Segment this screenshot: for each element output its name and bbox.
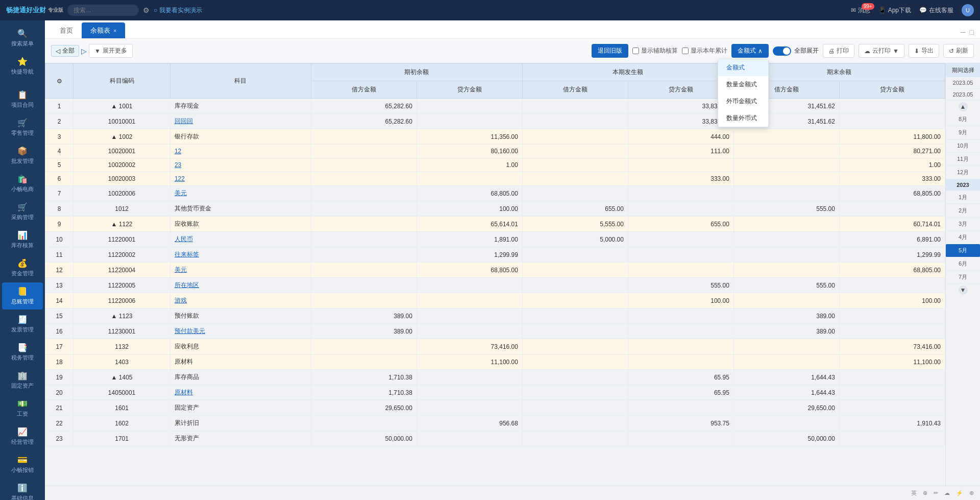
settings-icon[interactable]: ⚙ xyxy=(143,6,150,14)
period-up-button[interactable]: ▲ xyxy=(959,102,968,111)
period-sep[interactable]: 9月 xyxy=(946,126,980,139)
row-cur-debit: 5,555.00 xyxy=(522,217,628,232)
sidebar-item-operations[interactable]: 📈 经营管理 xyxy=(2,423,43,450)
period-start[interactable]: 2023.05 xyxy=(946,77,980,89)
period-apr[interactable]: 4月 xyxy=(946,231,980,244)
refresh-button[interactable]: ↺ 刷新 xyxy=(943,44,974,58)
tab-home[interactable]: 首页 xyxy=(51,22,82,38)
dropdown-item-qty-foreign[interactable]: 数量外币式 xyxy=(718,110,768,127)
show-year-checkbox[interactable] xyxy=(682,47,689,54)
period-feb[interactable]: 2月 xyxy=(946,204,980,218)
period-down-button[interactable]: ▼ xyxy=(959,285,968,295)
row-cur-debit xyxy=(522,129,628,145)
expand-all-toggle[interactable]: 全部展开 xyxy=(773,46,819,56)
show-assist-checkbox[interactable] xyxy=(632,47,639,54)
period-aug[interactable]: 8月 xyxy=(946,113,980,126)
breadcrumb-forward[interactable]: ▷ xyxy=(81,47,87,55)
status-add[interactable]: ⊕ xyxy=(923,490,927,496)
status-lightning[interactable]: ⚡ xyxy=(956,490,963,496)
th-op-debit: 借方金额 xyxy=(311,81,416,99)
sidebar-item-capital[interactable]: 💰 资金管理 xyxy=(2,254,43,281)
sidebar-item-ledger[interactable]: 📒 总账管理 xyxy=(2,282,43,309)
row-cl-debit: 1,644.43 xyxy=(733,370,839,385)
status-cloud[interactable]: ☁ xyxy=(944,490,950,496)
app-download-button[interactable]: 📱 App下载 xyxy=(878,6,911,15)
sidebar-item-expense[interactable]: 💳 小畅报销 xyxy=(2,451,43,478)
period-nav-down[interactable]: ▼ xyxy=(946,284,980,296)
period-oct[interactable]: 10月 xyxy=(946,139,980,153)
period-nav-up[interactable]: ▲ xyxy=(946,101,980,113)
ledger-icon: 📒 xyxy=(17,287,28,296)
tab-balance[interactable]: 余额表 × xyxy=(82,22,125,38)
view-mode-button[interactable]: 金额式 ∧ xyxy=(731,44,769,58)
row-name[interactable]: 往来标签 xyxy=(170,247,311,263)
window-minimize-button[interactable]: ─ xyxy=(961,28,966,36)
row-name[interactable]: 美元 xyxy=(170,186,311,201)
row-name[interactable]: 人民币 xyxy=(170,232,311,247)
status-plus[interactable]: ⊕ xyxy=(969,490,974,496)
toggle-track[interactable] xyxy=(773,46,791,56)
row-cl-credit: 6,891.00 xyxy=(839,232,945,247)
th-settings[interactable]: ⚙ xyxy=(45,64,74,99)
window-maximize-button[interactable]: □ xyxy=(970,28,974,36)
search-input[interactable] xyxy=(67,5,139,16)
cloud-print-button[interactable]: ☁ 云打印 ▼ xyxy=(859,44,904,58)
period-end[interactable]: 2023.05 xyxy=(946,89,980,101)
period-jun[interactable]: 6月 xyxy=(946,257,980,271)
sidebar-item-wholesale[interactable]: 📦 批发管理 xyxy=(2,142,43,169)
table-row: 14 11220006 游戏 100.00 100.00 xyxy=(45,293,945,308)
export-button[interactable]: ⬇ 导出 xyxy=(909,44,939,58)
period-jan[interactable]: 1月 xyxy=(946,191,980,204)
row-name[interactable]: 美元 xyxy=(170,263,311,278)
show-assist-check[interactable]: 显示辅助核算 xyxy=(632,46,678,55)
period-jul[interactable]: 7月 xyxy=(946,271,980,284)
row-name[interactable]: 122 xyxy=(170,172,311,186)
status-bar: 英 ⊕ ✏ ☁ ⚡ ⊕ xyxy=(45,486,980,500)
row-name[interactable]: 所在地区 xyxy=(170,278,311,293)
show-year-check[interactable]: 显示本年累计 xyxy=(682,46,727,55)
online-service-button[interactable]: 💬 在线客服 xyxy=(919,6,953,15)
period-may[interactable]: 5月 xyxy=(946,244,980,257)
message-button[interactable]: ✉ 消息 99+ xyxy=(851,6,870,15)
sidebar-item-assets[interactable]: 🏢 固定资产 xyxy=(2,367,43,394)
row-name[interactable]: 游戏 xyxy=(170,293,311,308)
period-dec[interactable]: 12月 xyxy=(946,166,980,179)
avatar[interactable]: U xyxy=(962,4,974,16)
tab-close-button[interactable]: × xyxy=(113,28,116,34)
sidebar-item-quick-nav[interactable]: ⭐ 快捷导航 xyxy=(2,53,43,80)
dropdown-item-foreign-amount[interactable]: 外币金额式 xyxy=(718,93,768,110)
print-button[interactable]: 🖨 打印 xyxy=(823,44,854,58)
row-name[interactable]: 12 xyxy=(170,145,311,158)
row-cur-credit xyxy=(628,400,733,416)
table-wrapper[interactable]: ⚙ 科目编码 科目 期初余额 本期发生额 期末余额 借方金额 贷方金额 借方金额… xyxy=(45,63,945,486)
sidebar-item-ecommerce[interactable]: 🛍️ 小畅电商 xyxy=(2,170,43,197)
sidebar-item-search[interactable]: 🔍 搜索菜单 xyxy=(2,25,43,52)
period-mar[interactable]: 3月 xyxy=(946,218,980,231)
row-name[interactable]: 原材料 xyxy=(170,385,311,400)
sidebar-item-retail[interactable]: 🛒 零售管理 xyxy=(2,114,43,141)
dropdown-item-qty-amount[interactable]: 数量金额式 xyxy=(718,76,768,93)
sidebar-item-inventory[interactable]: 📊 库存核算 xyxy=(2,226,43,253)
row-cl-debit xyxy=(733,186,839,201)
sidebar-item-basic[interactable]: ℹ️ 基础信息 xyxy=(2,479,43,500)
inventory-icon: 📊 xyxy=(17,230,28,240)
dropdown-item-amount[interactable]: 金额式 xyxy=(718,59,768,76)
status-lang[interactable]: 英 xyxy=(911,489,917,497)
expand-more-button[interactable]: ▼ 展开更多 xyxy=(89,44,133,58)
sidebar-item-salary[interactable]: 💵 工资 xyxy=(2,395,43,422)
row-op-credit xyxy=(416,431,522,446)
period-year-2023[interactable]: 2023 xyxy=(946,179,980,191)
status-edit[interactable]: ✏ xyxy=(934,490,938,496)
row-cur-debit xyxy=(522,186,628,201)
period-nov[interactable]: 11月 xyxy=(946,153,980,166)
return-old-button[interactable]: 退回旧版 xyxy=(592,44,628,58)
row-name[interactable]: 预付款美元 xyxy=(170,324,311,339)
sidebar-item-purchase[interactable]: 🛒 采购管理 xyxy=(2,198,43,225)
row-name[interactable]: 23 xyxy=(170,158,311,172)
sidebar-item-tax[interactable]: 📑 税务管理 xyxy=(2,339,43,366)
row-name[interactable]: 回回回 xyxy=(170,114,311,129)
demo-link[interactable]: ○ 我要看实例演示 xyxy=(154,6,202,15)
th-cl-credit: 贷方金额 xyxy=(839,81,945,99)
sidebar-item-project[interactable]: 📋 项目合同 xyxy=(2,86,43,113)
sidebar-item-invoice[interactable]: 🧾 发票管理 xyxy=(2,311,43,338)
